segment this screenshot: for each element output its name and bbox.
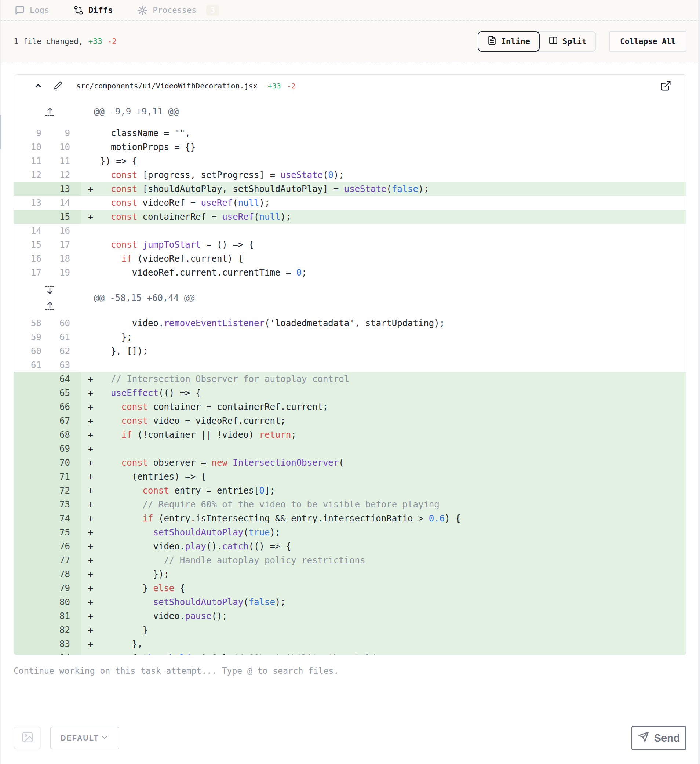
line-number-gutter: 71 bbox=[14, 470, 81, 484]
new-line-number: 76 bbox=[46, 541, 75, 551]
diff-line-added: 70+ const observer = new IntersectionObs… bbox=[14, 456, 686, 470]
expand-up-icon[interactable] bbox=[44, 106, 55, 117]
code-text: setShouldAutoPlay(true); bbox=[100, 527, 280, 538]
code-text: setShouldAutoPlay(false); bbox=[100, 597, 286, 607]
new-line-number: 72 bbox=[46, 485, 75, 496]
diff-line-added: 65+ useEffect(() => { bbox=[14, 386, 686, 400]
tab-diffs[interactable]: Diffs bbox=[73, 5, 112, 16]
old-line-number: 61 bbox=[14, 360, 46, 370]
diff-line-added: 15+ const containerRef = useRef(null); bbox=[14, 210, 686, 224]
left-scrollbar-thumb[interactable] bbox=[0, 115, 1, 149]
split-view-button[interactable]: Split bbox=[540, 32, 595, 51]
old-line-number: 12 bbox=[14, 170, 46, 180]
hunk-header-text: @@ -9,9 +9,11 @@ bbox=[94, 106, 179, 117]
new-line-number: 60 bbox=[46, 318, 75, 329]
added-marker: + bbox=[81, 569, 100, 579]
new-line-number: 62 bbox=[46, 346, 75, 356]
new-line-number: 13 bbox=[46, 184, 75, 194]
line-number-gutter: 1416 bbox=[14, 224, 81, 238]
added-marker: + bbox=[81, 611, 100, 621]
line-number-gutter: 99 bbox=[14, 126, 81, 140]
attach-image-button[interactable] bbox=[14, 726, 41, 749]
diff-line-added: 72+ const entry = entries[0]; bbox=[14, 484, 686, 498]
external-link-icon[interactable] bbox=[660, 80, 671, 91]
code-text: if (!container || !video) return; bbox=[100, 430, 297, 440]
new-line-number: 16 bbox=[46, 226, 75, 236]
line-number-gutter: 68 bbox=[14, 428, 81, 442]
diff-line-added: 69+ bbox=[14, 442, 686, 456]
send-button[interactable]: Send bbox=[631, 726, 686, 750]
file-deletions: -2 bbox=[287, 81, 296, 90]
diff-line: 6163 bbox=[14, 358, 686, 372]
diff-line: 5860 video.removeEventListener('loadedme… bbox=[14, 316, 686, 330]
old-line-number: 59 bbox=[14, 332, 46, 342]
summary-deletions: -2 bbox=[108, 37, 117, 46]
diff-line-added: 66+ const container = containerRef.curre… bbox=[14, 400, 686, 414]
new-line-number: 81 bbox=[46, 611, 75, 621]
added-marker: + bbox=[81, 374, 100, 384]
new-line-number: 80 bbox=[46, 597, 75, 607]
added-marker: + bbox=[81, 212, 100, 222]
model-selector[interactable]: DEFAULT bbox=[50, 726, 119, 749]
diff-line-added: 71+ (entries) => { bbox=[14, 470, 686, 484]
paper-plane-icon bbox=[638, 731, 649, 745]
files-changed-summary: 1 file changed, +33 -2 bbox=[14, 37, 117, 46]
added-marker: + bbox=[81, 527, 100, 538]
diff-line: 1111}) => { bbox=[14, 154, 686, 168]
added-marker: + bbox=[81, 639, 100, 649]
tab-logs[interactable]: Logs bbox=[15, 5, 49, 16]
added-marker: + bbox=[81, 184, 100, 194]
line-number-gutter: 67 bbox=[14, 414, 81, 428]
code-text: }, bbox=[100, 639, 143, 649]
new-line-number: 79 bbox=[46, 583, 75, 593]
diff-line-added: 81+ video.pause(); bbox=[14, 609, 686, 623]
diff-line-added: 79+ } else { bbox=[14, 581, 686, 595]
chevron-up-icon[interactable] bbox=[33, 81, 43, 91]
line-number-gutter: 1517 bbox=[14, 238, 81, 252]
added-marker: + bbox=[81, 597, 100, 607]
collapse-all-button[interactable]: Collapse All bbox=[609, 31, 686, 52]
diff-line: 1618 if (videoRef.current) { bbox=[14, 252, 686, 266]
diff-line-added: 76+ video.play().catch(() => { bbox=[14, 539, 686, 553]
composer-input[interactable]: Continue working on this task attempt...… bbox=[0, 655, 700, 676]
code-text: if (videoRef.current) { bbox=[100, 254, 243, 264]
diff-line-added: 67+ const video = videoRef.current; bbox=[14, 414, 686, 428]
line-number-gutter: 77 bbox=[14, 553, 81, 567]
expand-up-icon[interactable] bbox=[44, 300, 55, 311]
summary-additions: +33 bbox=[88, 37, 102, 46]
view-mode-toggle: Inline Split bbox=[478, 31, 597, 52]
added-marker: + bbox=[81, 583, 100, 593]
tab-diffs-label: Diffs bbox=[88, 6, 112, 15]
diff-line-added: 77+ // Handle autoplay policy restrictio… bbox=[14, 553, 686, 567]
added-marker: + bbox=[81, 555, 100, 565]
expand-down-icon[interactable] bbox=[44, 285, 55, 296]
new-line-number: 15 bbox=[46, 212, 75, 222]
added-marker: + bbox=[81, 514, 100, 524]
diff-line-added: 82+ } bbox=[14, 623, 686, 637]
new-line-number: 12 bbox=[46, 170, 75, 180]
old-line-number: 10 bbox=[14, 142, 46, 152]
inline-view-button[interactable]: Inline bbox=[478, 31, 540, 52]
send-label: Send bbox=[654, 732, 680, 744]
code-text: const [progress, setProgress] = useState… bbox=[100, 170, 344, 180]
diff-line: 1314 const videoRef = useRef(null); bbox=[14, 196, 686, 210]
diff-line: 6062 }, []); bbox=[14, 344, 686, 358]
tab-processes[interactable]: Processes 3 bbox=[137, 5, 219, 16]
code-text: // Intersection Observer for autoplay co… bbox=[100, 374, 349, 384]
line-number-gutter: 5860 bbox=[14, 316, 81, 330]
added-marker: + bbox=[81, 402, 100, 412]
new-line-number: 9 bbox=[46, 128, 75, 138]
code-text: const containerRef = useRef(null); bbox=[100, 212, 291, 222]
code-text: } else { bbox=[100, 583, 185, 593]
diff-line-added: 80+ setShouldAutoPlay(false); bbox=[14, 595, 686, 609]
diff-line-added: 13+ const [shouldAutoPlay, setShouldAuto… bbox=[14, 182, 686, 196]
tab-logs-label: Logs bbox=[30, 6, 49, 15]
diff-line: 1212 const [progress, setProgress] = use… bbox=[14, 168, 686, 182]
split-pane-icon bbox=[548, 36, 558, 47]
new-line-number: 19 bbox=[46, 268, 75, 278]
line-number-gutter: 65 bbox=[14, 386, 81, 400]
line-number-gutter: 6163 bbox=[14, 358, 81, 372]
new-line-number: 83 bbox=[46, 639, 75, 649]
files-changed-text: 1 file changed, bbox=[14, 37, 83, 46]
hunk-header-row: @@ -9,9 +9,11 @@ bbox=[14, 97, 686, 126]
